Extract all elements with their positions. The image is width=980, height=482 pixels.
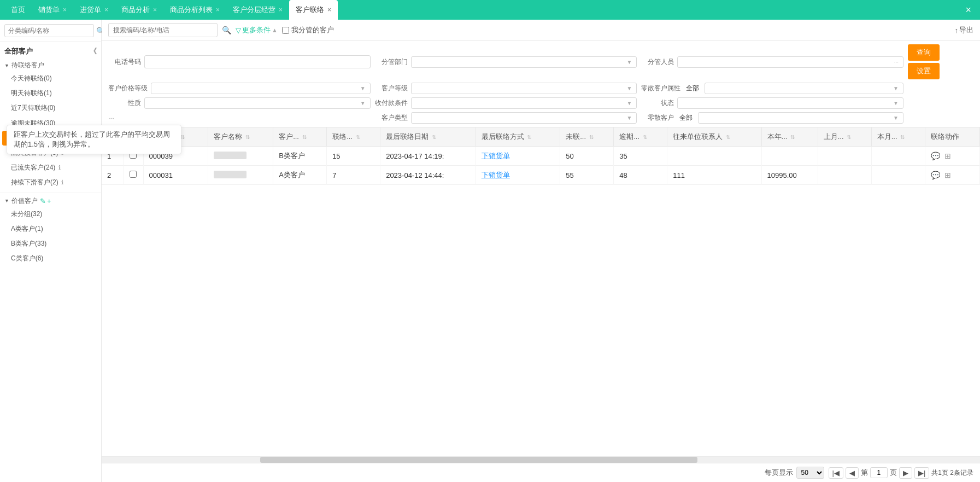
cell-last-date-1: 2023-04-17 14:19: xyxy=(380,147,476,166)
phone-label: 电话号码 xyxy=(108,57,141,67)
cell-last-month-2 xyxy=(818,166,871,185)
filter-grid: 电话号码 分管部门 ▼ 分管人员 ··· 查询 设置 xyxy=(102,41,980,127)
cell-last-method-1: 下销货单 xyxy=(476,147,560,166)
scrollbar-thumb[interactable] xyxy=(260,457,697,463)
sort-last-method-icon[interactable]: ⇅ xyxy=(527,134,531,140)
method-link-2[interactable]: 下销货单 xyxy=(482,171,510,179)
method-link-1[interactable]: 下销货单 xyxy=(482,152,510,160)
cell-check-2 xyxy=(124,166,143,185)
sort-this-month-icon[interactable]: ⇅ xyxy=(900,134,905,140)
filter-price-grade: 客户价格等级 ▼ xyxy=(108,83,371,94)
customer-type-select[interactable]: ▼ xyxy=(411,112,637,124)
col-this-month-label: 本月... xyxy=(877,132,897,141)
col-name: 客户名称 ⇅ xyxy=(208,127,273,147)
page-input[interactable] xyxy=(870,467,888,478)
cell-last-month-1 xyxy=(818,147,871,166)
payment-select[interactable]: ▼ xyxy=(411,97,637,109)
tooltip-box: 距客户上次交易时长，超过了此客户的平均交易周期的1.5倍，则视为异常。 xyxy=(7,125,181,154)
close-purchase-icon[interactable]: × xyxy=(104,6,108,14)
close-analysis-list-icon[interactable]: × xyxy=(216,6,220,14)
cell-code-2: 000031 xyxy=(143,166,208,185)
sort-this-year-icon[interactable]: ⇅ xyxy=(790,134,795,140)
col-type: 客户... ⇅ xyxy=(273,127,327,147)
close-customer-contact-icon[interactable]: × xyxy=(327,6,331,14)
dept-select[interactable]: ▼ xyxy=(411,56,637,68)
add-group-icon[interactable]: + xyxy=(47,197,51,205)
sort-contacts-icon[interactable]: ⇅ xyxy=(726,134,730,140)
sidebar-item-7days[interactable]: 近7天待联络(0) xyxy=(0,101,101,115)
customer-type-label: 客户类型 xyxy=(375,113,408,123)
sidebar-item-tomorrow[interactable]: 明天待联络(1) xyxy=(0,86,101,101)
sidebar-item-class-a[interactable]: A类客户(1) xyxy=(0,222,101,236)
settings-button[interactable]: 设置 xyxy=(908,63,940,79)
more-conditions-button[interactable]: ▽ 更多条件 ▲ xyxy=(236,25,278,35)
filter-search-icon[interactable]: 🔍 xyxy=(222,26,231,34)
query-button[interactable]: 查询 xyxy=(908,44,940,61)
sort-name-icon[interactable]: ⇅ xyxy=(245,134,250,140)
sidebar-search: 🔍 xyxy=(0,20,101,42)
col-this-year-label: 本年... xyxy=(767,132,788,141)
per-page-select[interactable]: 50 100 200 xyxy=(796,467,824,479)
close-customer-tier-icon[interactable]: × xyxy=(279,6,283,14)
horizontal-scrollbar[interactable] xyxy=(102,456,980,463)
nav-item-sales[interactable]: 销货单 × xyxy=(32,0,73,20)
manager-label: 分管人员 xyxy=(641,57,674,67)
col-last-month-label: 上月... xyxy=(824,132,844,141)
contact-icon-2[interactable]: 💬 xyxy=(931,171,940,179)
status-select[interactable]: ▼ xyxy=(677,97,903,109)
retail-attr-select[interactable]: ▼ xyxy=(705,83,903,94)
sidebar-item-class-c[interactable]: C类客户(6) xyxy=(0,251,101,266)
retail-customer-select[interactable]: ▼ xyxy=(698,112,903,124)
sort-uncontact-icon[interactable]: ⇅ xyxy=(589,134,594,140)
manager-select[interactable]: ··· xyxy=(677,56,903,68)
phone-input[interactable] xyxy=(144,55,371,68)
sort-last-date-icon[interactable]: ⇅ xyxy=(432,134,436,140)
nav-item-analysis[interactable]: 商品分析 × xyxy=(115,0,163,20)
sort-contact-count-icon[interactable]: ⇅ xyxy=(356,134,360,140)
more-icon-1[interactable]: ⊞ xyxy=(944,152,951,160)
prev-page-button[interactable]: ◀ xyxy=(846,467,859,479)
more-icon-2[interactable]: ⊞ xyxy=(944,171,951,179)
contact-icon-1[interactable]: 💬 xyxy=(931,152,940,160)
sort-type-icon[interactable]: ⇅ xyxy=(302,134,307,140)
col-overdue: 逾期... ⇅ xyxy=(614,127,667,147)
filter-search-input[interactable] xyxy=(108,23,218,37)
nav-item-customer-tier[interactable]: 客户分层经营 × xyxy=(226,0,289,20)
sort-overdue-icon[interactable]: ⇅ xyxy=(643,134,647,140)
collapse-icon[interactable]: 《 xyxy=(90,47,97,56)
export-button[interactable]: ↑ 导出 xyxy=(955,25,974,35)
customer-grade-select[interactable]: ▼ xyxy=(411,83,637,94)
cell-type-2: A类客户 xyxy=(273,166,327,185)
cell-contacts-1 xyxy=(667,147,761,166)
cell-last-method-2: 下销货单 xyxy=(476,166,560,185)
sidebar-item-today[interactable]: 今天待联络(0) xyxy=(0,71,101,86)
sidebar-item-class-b[interactable]: B类客户(33) xyxy=(0,236,101,251)
nav-item-customer-contact[interactable]: 客户联络 × xyxy=(289,0,338,20)
next-page-button[interactable]: ▶ xyxy=(899,467,912,479)
close-all-button[interactable]: × xyxy=(965,4,976,16)
sort-last-month-icon[interactable]: ⇅ xyxy=(847,134,851,140)
filter-dept: 分管部门 ▼ xyxy=(375,56,637,68)
nav-item-home[interactable]: 首页 xyxy=(4,0,32,20)
sidebar-item-lost[interactable]: 已流失客户(24) ℹ xyxy=(0,160,101,175)
col-contact-count-label: 联络... xyxy=(332,132,353,141)
cell-actions-1: 💬 ⊞ xyxy=(925,147,979,166)
first-page-button[interactable]: |◀ xyxy=(829,467,843,479)
sidebar-search-input[interactable] xyxy=(4,24,94,37)
col-last-date: 最后联络日期 ⇅ xyxy=(380,127,476,147)
last-page-button[interactable]: ▶| xyxy=(914,467,929,479)
close-analysis-icon[interactable]: × xyxy=(153,6,157,14)
row2-checkbox[interactable] xyxy=(130,171,137,178)
nature-label: 性质 xyxy=(108,98,141,108)
my-customers-check[interactable] xyxy=(282,27,289,34)
close-sales-icon[interactable]: × xyxy=(63,6,67,14)
retail-customer-label: 零散客户 xyxy=(641,113,674,123)
main-layout: 🔍 全部客户 《 待联络客户 今天待联络(0) 明天待联络(1) 近7天待联络(… xyxy=(0,20,980,482)
nature-select[interactable]: ▼ xyxy=(144,97,371,109)
nav-item-analysis-list[interactable]: 商品分析列表 × xyxy=(163,0,226,20)
nav-item-purchase[interactable]: 进货单 × xyxy=(73,0,115,20)
sidebar-item-declining[interactable]: 持续下滑客户(2) ℹ xyxy=(0,175,101,190)
sidebar-item-ungroup[interactable]: 未分组(32) xyxy=(0,207,101,222)
price-grade-select[interactable]: ▼ xyxy=(151,83,371,94)
edit-group-icon[interactable]: ✎ xyxy=(40,197,46,205)
